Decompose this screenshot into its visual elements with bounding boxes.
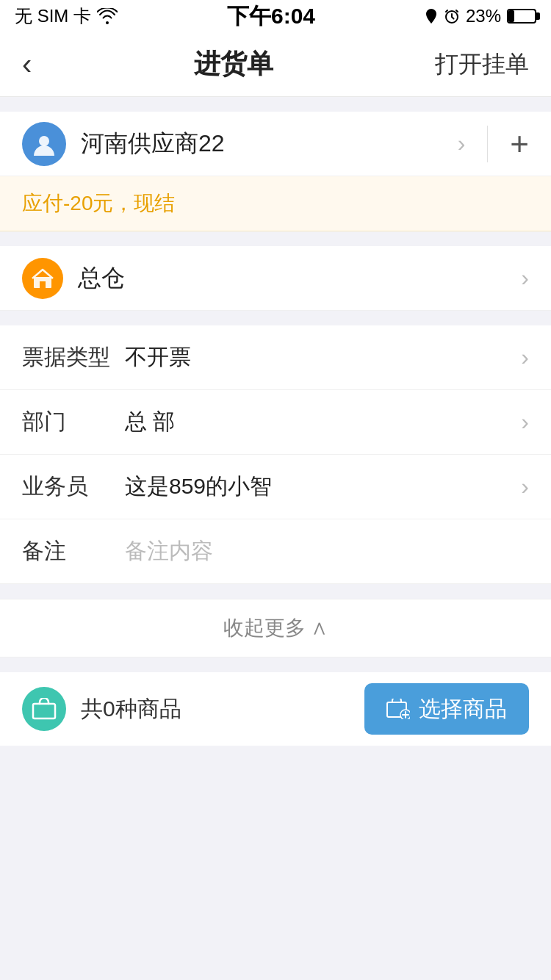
collapse-row[interactable]: 收起更多 ∧ — [0, 599, 551, 657]
remark-label: 备注 — [22, 536, 125, 566]
status-bar: 无 SIM 卡 下午6:04 23% — [0, 0, 551, 32]
supplier-row[interactable]: 河南供应商22 › + — [0, 112, 551, 176]
svg-rect-4 — [33, 704, 55, 718]
section-divider-2 — [0, 231, 551, 246]
product-count: 共0种商品 — [81, 694, 364, 724]
select-product-label: 选择商品 — [419, 694, 507, 724]
carrier-text: 无 SIM 卡 — [15, 4, 91, 28]
battery-percent: 23% — [466, 6, 501, 26]
invoice-value: 不开票 — [125, 342, 521, 372]
supplier-section: 河南供应商22 › + 应付-20元，现结 — [0, 112, 551, 231]
remark-input[interactable]: 备注内容 — [125, 536, 529, 566]
status-left: 无 SIM 卡 — [15, 4, 118, 28]
product-icon — [22, 687, 66, 731]
vertical-divider — [487, 126, 488, 162]
notice-bar: 应付-20元，现结 — [0, 176, 551, 231]
svg-point-1 — [39, 136, 49, 146]
add-icon[interactable]: + — [510, 128, 529, 160]
battery-icon — [507, 9, 536, 24]
warehouse-name: 总仓 — [78, 262, 521, 295]
chevron-right-icon: › — [458, 130, 466, 157]
alarm-icon — [444, 8, 460, 24]
open-pending-button[interactable]: 打开挂单 — [435, 48, 529, 81]
supplier-name: 河南供应商22 — [81, 128, 458, 160]
warehouse-chevron-icon: › — [521, 264, 529, 292]
avatar — [22, 122, 66, 166]
department-value: 总 部 — [125, 407, 521, 437]
section-divider-1 — [0, 97, 551, 112]
wifi-icon — [97, 8, 118, 24]
sales-label: 业务员 — [22, 472, 125, 502]
invoice-type-row[interactable]: 票据类型 不开票 › — [0, 325, 551, 390]
nav-bar: ‹ 进货单 打开挂单 — [0, 32, 551, 97]
location-icon — [425, 8, 438, 24]
invoice-label: 票据类型 — [22, 342, 125, 372]
sales-chevron-icon: › — [521, 473, 529, 500]
department-label: 部门 — [22, 407, 125, 437]
department-chevron-icon: › — [521, 408, 529, 436]
sales-value: 这是859的小智 — [125, 472, 521, 502]
invoice-chevron-icon: › — [521, 344, 529, 371]
form-section: 票据类型 不开票 › 部门 总 部 › 业务员 这是859的小智 › 备注 备注… — [0, 325, 551, 584]
notice-text: 应付-20元，现结 — [22, 192, 175, 215]
select-product-icon — [386, 699, 410, 719]
status-right: 23% — [425, 6, 536, 26]
page-title: 进货单 — [194, 46, 273, 82]
svg-rect-3 — [40, 281, 46, 288]
supplier-actions: › + — [458, 126, 529, 162]
collapse-label: 收起更多 ∧ — [223, 614, 328, 642]
department-row[interactable]: 部门 总 部 › — [0, 390, 551, 455]
sales-row[interactable]: 业务员 这是859的小智 › — [0, 455, 551, 519]
warehouse-row[interactable]: 总仓 › — [0, 246, 551, 311]
warehouse-icon — [22, 258, 63, 299]
back-button[interactable]: ‹ — [22, 48, 32, 81]
select-product-button[interactable]: 选择商品 — [364, 683, 529, 735]
product-bar: 共0种商品 选择商品 — [0, 672, 551, 746]
status-time: 下午6:04 — [227, 1, 315, 32]
remark-row[interactable]: 备注 备注内容 — [0, 519, 551, 584]
